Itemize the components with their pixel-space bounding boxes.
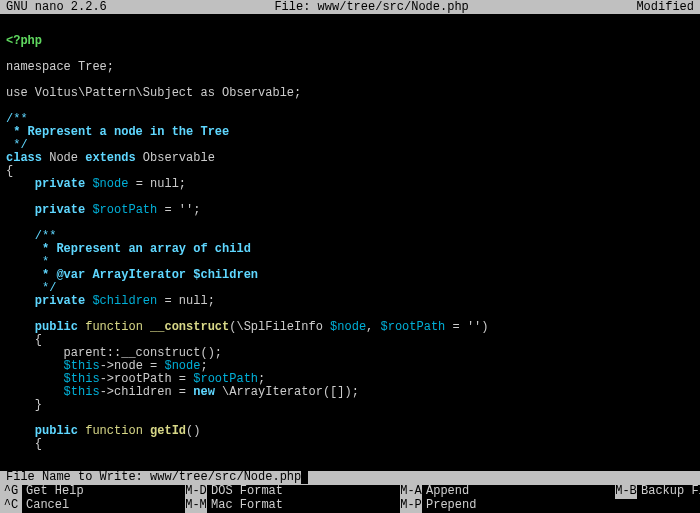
key-label: M-M [185, 499, 207, 513]
shortcut-label: Cancel [26, 499, 69, 513]
key-label: ^C [0, 499, 22, 513]
code-line: parent::__construct(); [6, 346, 222, 360]
code-line: $this->node = $node; [6, 359, 208, 373]
key-label: M-P [400, 499, 422, 513]
code-line: { [6, 164, 13, 178]
doc-comment: * [6, 255, 49, 269]
shortcut-mac-format[interactable]: M-MMac Format [185, 499, 400, 513]
code-line: class Node extends Observable [6, 151, 215, 165]
help-bar: ^GGet Help M-DDOS Format M-AAppend M-BBa… [0, 485, 700, 513]
prompt-label: File Name to Write: [6, 470, 150, 484]
code-line: $this->children = new \ArrayIterator([])… [6, 385, 359, 399]
shortcut-label: Prepend [426, 499, 476, 513]
code-line: public function getId() [6, 424, 200, 438]
shortcut-backup-file[interactable]: M-BBackup File [615, 485, 700, 499]
code-line: { [6, 437, 42, 451]
doc-comment: */ [6, 138, 28, 152]
app-version: GNU nano 2.2.6 [6, 1, 107, 14]
doc-comment: */ [6, 281, 56, 295]
filename-input[interactable]: www/tree/src/Node.php [150, 470, 301, 484]
code-line: private $node = null; [6, 177, 186, 191]
code-line: public function __construct(\SplFileInfo… [6, 320, 489, 334]
doc-comment: /** [6, 112, 28, 126]
doc-comment: /** [6, 229, 56, 243]
code-line: <?php [6, 34, 42, 48]
shortcut-empty [615, 499, 700, 513]
editor-area[interactable]: <?php namespace Tree; use Voltus\Pattern… [0, 14, 700, 451]
code-line: private $children = null; [6, 294, 215, 308]
code-line: namespace Tree; [6, 60, 114, 74]
key-label: M-D [185, 485, 207, 499]
filename-prompt[interactable]: File Name to Write: www/tree/src/Node.ph… [0, 471, 700, 485]
code-line: use Voltus\Pattern\Subject as Observable… [6, 86, 301, 100]
file-label: File: www/tree/src/Node.php [274, 1, 468, 14]
shortcut-label: Get Help [26, 485, 84, 499]
key-label: ^G [0, 485, 22, 499]
shortcut-label: Mac Format [211, 499, 283, 513]
shortcut-dos-format[interactable]: M-DDOS Format [185, 485, 400, 499]
shortcut-get-help[interactable]: ^GGet Help [0, 485, 185, 499]
code-line: } [6, 398, 42, 412]
shortcut-cancel[interactable]: ^CCancel [0, 499, 185, 513]
shortcut-prepend[interactable]: M-PPrepend [400, 499, 615, 513]
shortcut-label: Backup File [641, 485, 700, 499]
code-line: { [6, 333, 42, 347]
modified-indicator: Modified [636, 1, 694, 14]
shortcut-label: DOS Format [211, 485, 283, 499]
doc-comment: * Represent an array of child [6, 242, 251, 256]
doc-comment: * Represent a node in the Tree [6, 125, 229, 139]
key-label: M-A [400, 485, 422, 499]
shortcut-label: Append [426, 485, 469, 499]
cursor [301, 471, 308, 484]
code-line: private $rootPath = ''; [6, 203, 200, 217]
doc-comment: * @var ArrayIterator $children [6, 268, 258, 282]
title-bar: GNU nano 2.2.6 File: www/tree/src/Node.p… [0, 0, 700, 14]
code-line: $this->rootPath = $rootPath; [6, 372, 265, 386]
key-label: M-B [615, 485, 637, 499]
shortcut-append[interactable]: M-AAppend [400, 485, 615, 499]
